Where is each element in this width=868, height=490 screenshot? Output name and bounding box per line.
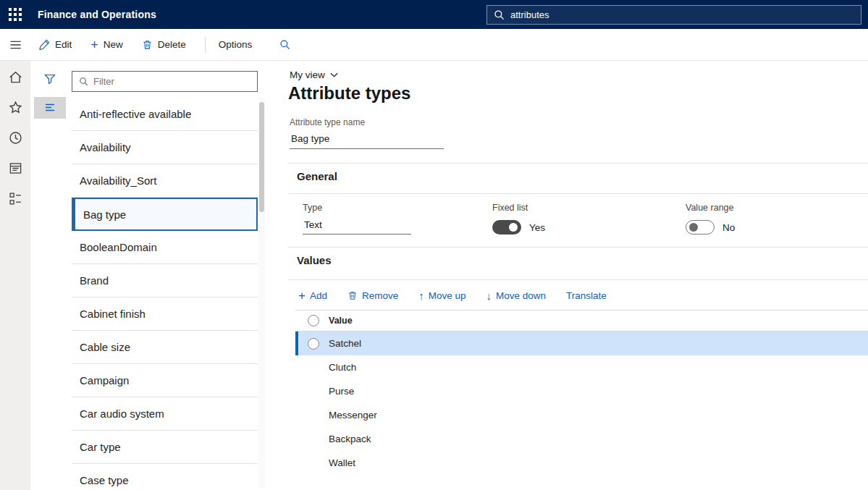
add-button[interactable]: + Add [298,290,327,301]
list-item[interactable]: Cabinet finish [72,297,258,331]
move-down-button[interactable]: ↓ Move down [486,290,547,302]
grid-row[interactable]: Clutch [295,355,868,379]
view-selector-label: My view [290,69,325,80]
main-content: My view Attribute types Attribute type n… [288,65,868,490]
list-item[interactable]: Availability_Sort [72,164,258,198]
fixed-list-toggle[interactable] [492,220,521,235]
options-label: Options [219,39,253,50]
search-icon [494,9,505,20]
action-bar: Edit + New Delete Options [0,29,868,61]
edit-button[interactable]: Edit [39,39,72,50]
move-up-label: Move up [429,290,466,301]
value-range-label: Value range [686,203,735,213]
grid-row-selected[interactable]: Satchel [295,331,868,355]
divider [288,279,868,280]
row-value: Purse [329,386,354,397]
new-label: New [104,39,123,50]
toolbar-search-icon[interactable] [279,39,290,50]
list-item[interactable]: Case type [72,464,258,490]
filter-funnel-icon[interactable] [38,68,62,90]
fixed-list-label: Fixed list [492,203,545,213]
plus-icon: + [298,291,306,300]
filter-search-icon [79,77,88,86]
row-value: Messenger [329,410,377,421]
list-item[interactable]: Brand [72,264,258,297]
grid-row[interactable]: Backpack [295,427,868,451]
divider [288,193,868,194]
hamburger-menu-icon[interactable] [0,29,30,61]
global-search-box[interactable] [486,5,861,25]
pencil-icon [39,39,50,50]
list-item-selected[interactable]: Bag type [72,198,258,231]
trash-icon [142,39,153,50]
type-input[interactable] [303,215,411,235]
grid-row[interactable]: Wallet [295,451,868,475]
remove-label: Remove [362,290,398,301]
arrow-up-icon: ↑ [418,290,424,302]
global-search-input[interactable] [510,9,854,20]
edit-label: Edit [55,39,72,50]
list-item[interactable]: BooleanDomain [72,231,258,264]
type-field-group: Type [303,203,411,235]
list-scrollbar-thumb[interactable] [259,102,264,212]
fixed-list-state: Yes [529,222,545,233]
list-item[interactable]: Car type [72,431,258,464]
toolbar-divider [205,37,206,53]
value-range-toggle[interactable] [686,220,715,235]
app-title: Finance and Operations [38,9,156,20]
options-button[interactable]: Options [219,39,253,50]
general-section-header[interactable]: General [297,170,337,182]
row-radio[interactable] [308,338,319,350]
list-item[interactable]: Cable size [72,331,258,364]
fixed-list-field-group: Fixed list Yes [492,203,545,235]
favorites-star-icon[interactable] [6,98,25,117]
modules-hierarchy-icon[interactable] [6,189,25,208]
workspaces-icon[interactable] [6,159,25,177]
chevron-down-icon [330,72,338,77]
values-grid: Value Satchel Clutch Purse Messenger Bac… [295,310,868,475]
attribute-type-name-input[interactable] [290,130,444,149]
grid-row[interactable]: Messenger [295,403,868,427]
list-item[interactable]: Availability [72,131,258,164]
delete-label: Delete [158,39,186,50]
waffle-menu-icon[interactable] [0,0,30,29]
filter-input[interactable] [93,76,250,87]
trash-icon [347,290,358,300]
row-value: Clutch [329,362,356,373]
add-label: Add [310,290,327,301]
list-scrollbar[interactable] [258,98,265,489]
translate-label: Translate [566,290,607,301]
list-item[interactable]: Anti-reflective available [72,98,258,131]
list-item[interactable]: Car audio system [72,397,258,431]
row-value: Wallet [329,457,355,468]
value-column-header: Value [329,316,353,326]
plus-icon: + [90,40,98,50]
filter-box[interactable] [72,71,258,92]
move-up-button[interactable]: ↑ Move up [418,290,465,302]
home-icon[interactable] [6,67,25,86]
recent-clock-icon[interactable] [6,128,25,147]
attribute-types-panel: Anti-reflective available Availability A… [69,65,264,490]
type-label: Type [303,203,411,213]
list-item[interactable]: Campaign [72,364,258,397]
divider [288,163,868,164]
row-value: Backpack [329,434,371,444]
value-range-state: No [722,222,735,233]
grid-row[interactable]: Purse [295,379,868,403]
attribute-type-list: Anti-reflective available Availability A… [72,98,258,490]
view-selector[interactable]: My view [290,69,338,80]
top-bar: Finance and Operations [0,0,868,29]
values-section-header[interactable]: Values [297,254,332,266]
value-range-field-group: Value range No [686,203,735,235]
panel-tab-rail [30,61,69,490]
move-down-label: Move down [496,290,546,301]
left-nav-rail [0,61,30,490]
remove-button[interactable]: Remove [347,290,398,301]
select-all-radio[interactable] [308,315,319,326]
new-button[interactable]: + New [90,39,123,50]
delete-button[interactable]: Delete [142,39,186,50]
translate-button[interactable]: Translate [566,290,607,301]
list-view-icon[interactable] [34,97,66,119]
attribute-type-name-label: Attribute type name [290,117,365,127]
arrow-down-icon: ↓ [486,290,492,302]
